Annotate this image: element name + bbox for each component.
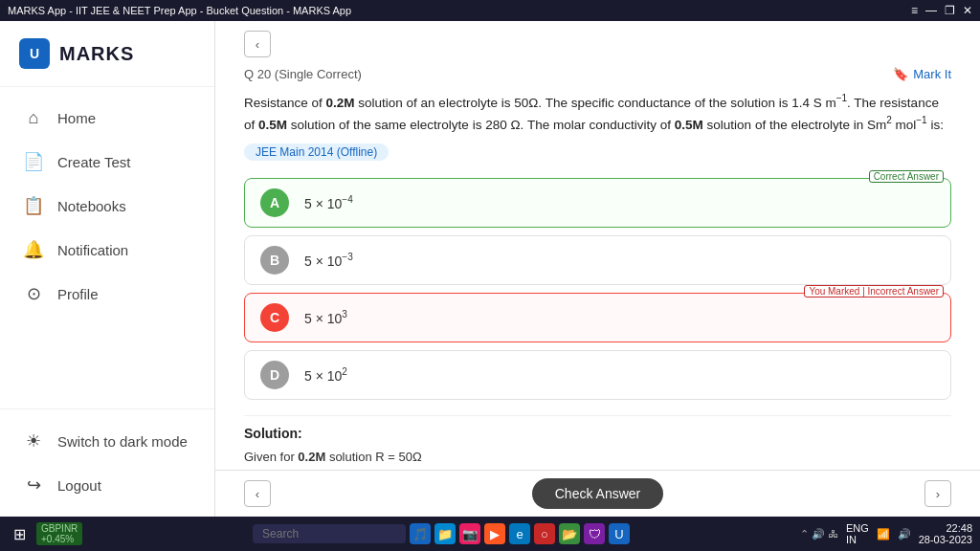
bottom-next-arrow[interactable]: › [924,480,951,507]
minimize-icon[interactable]: — [925,4,937,17]
option-a[interactable]: A 5 × 10−4 [244,178,951,228]
taskbar-left: ⊞ GBPINR +0.45% [8,522,82,545]
incorrect-answer-label: You Marked | Incorrect Answer [804,285,944,298]
app-icon-1[interactable]: 🎵 [410,523,431,544]
app-icon-8[interactable]: 🛡 [584,523,605,544]
lang-indicator: ENGIN [846,522,869,545]
app-icon-2[interactable]: 📁 [434,523,456,544]
system-tray-icons: ⌃ 🔊 🖧 [800,528,838,540]
option-c-text: 5 × 103 [304,309,347,326]
title-bar-controls[interactable]: ≡ — ❐ ✕ [911,4,972,17]
sidebar-item-dark-mode[interactable]: ☀ Switch to dark mode [0,419,214,463]
logo-text: MARKS [59,43,134,65]
dark-mode-icon: ☀ [23,430,44,452]
taskbar-time: 22:48 [919,522,972,534]
solution-title: Solution: [244,426,951,441]
options-list: Correct Answer A 5 × 10−4 B 5 × 10−3 You… [244,178,951,400]
content-bottombar: ‹ Check Answer › [215,470,980,517]
stock-change: +0.45% [41,534,74,544]
sidebar-item-logout[interactable]: ↪ Logout [0,463,214,507]
taskbar: ⊞ GBPINR +0.45% 🎵 📁 📷 ▶ e ○ 📂 🛡 U ⌃ 🔊 🖧 … [0,517,980,551]
option-b-container: B 5 × 10−3 [244,235,951,285]
close-icon[interactable]: ✕ [963,4,972,17]
option-a-circle: A [260,188,289,217]
windows-icon[interactable]: ⊞ [8,522,31,545]
nav-items: ⌂ Home 📄 Create Test 📋 Notebooks 🔔 Notif… [0,87,214,408]
home-icon: ⌂ [23,108,44,128]
taskbar-right: ⌃ 🔊 🖧 ENGIN 📶 🔊 22:48 28-03-2023 [800,522,972,545]
sidebar-label-notification: Notification [57,242,128,258]
option-a-text: 5 × 10−4 [304,194,353,211]
option-a-container: Correct Answer A 5 × 10−4 [244,178,951,228]
content-topbar: ‹ [215,21,980,57]
question-type: (Single Correct) [275,67,362,81]
sidebar-label-logout: Logout [57,477,101,494]
title-bar: MARKS App - IIT JEE & NEET Prep App - Bu… [0,0,980,21]
sidebar-label-dark-mode: Switch to dark mode [57,433,188,450]
sidebar-label-home: Home [57,110,96,126]
volume-icon: 🔊 [898,528,911,540]
content-inner: Q 20 (Single Correct) 🔖 Mark It Resistan… [215,57,980,470]
sidebar-label-profile: Profile [57,286,99,302]
option-b-circle: B [260,246,289,275]
question-text: Resistance of 0.2M solution of an electr… [244,91,951,135]
question-header: Q 20 (Single Correct) 🔖 Mark It [244,67,951,81]
maximize-icon[interactable]: ❐ [945,4,955,17]
solution-line1: Given for 0.2M solution R = 50Ω [244,447,951,468]
app-icon-5[interactable]: e [509,523,530,544]
bookmark-icon: 🔖 [893,67,908,81]
content-area: ‹ Q 20 (Single Correct) 🔖 Mark It Resist… [215,21,980,517]
app-body: U MARKS ⌂ Home 📄 Create Test 📋 Notebooks… [0,21,980,517]
correct-answer-label: Correct Answer [869,170,944,183]
option-d[interactable]: D 5 × 102 [244,350,951,400]
app-icon-3[interactable]: 📷 [459,523,480,544]
option-c-container: You Marked | Incorrect Answer C 5 × 103 [244,293,951,342]
sidebar-label-create-test: Create Test [57,154,130,170]
taskbar-date: 28-03-2023 [919,534,972,545]
sidebar-item-notebooks[interactable]: 📋 Notebooks [0,184,214,228]
option-b[interactable]: B 5 × 10−3 [244,235,951,285]
solution-section: Solution: Given for 0.2M solution R = 50… [244,415,951,470]
app-icon-9[interactable]: U [609,523,630,544]
question-number: Q 20 [244,67,271,81]
check-answer-button[interactable]: Check Answer [532,478,663,509]
option-c-circle: C [260,303,289,332]
prev-arrow[interactable]: ‹ [244,31,271,57]
taskbar-app-icons: 🎵 📁 📷 ▶ e ○ 📂 🛡 U [410,523,630,544]
question-tag: JEE Main 2014 (Offline) [244,143,389,161]
sidebar-logo: U MARKS [0,21,214,87]
option-d-circle: D [260,361,289,389]
menu-icon[interactable]: ≡ [911,4,918,17]
option-d-container: D 5 × 102 [244,350,951,400]
sidebar-bottom: ☀ Switch to dark mode ↪ Logout [0,408,214,517]
logout-icon: ↪ [23,474,44,496]
sidebar: U MARKS ⌂ Home 📄 Create Test 📋 Notebooks… [0,21,215,517]
option-c[interactable]: C 5 × 103 [244,293,951,342]
taskbar-search[interactable] [253,524,406,543]
logo-icon: U [19,38,50,69]
option-b-text: 5 × 10−3 [304,252,353,269]
taskbar-center: 🎵 📁 📷 ▶ e ○ 📂 🛡 U [253,523,630,544]
option-d-text: 5 × 102 [304,366,347,384]
mark-it-button[interactable]: 🔖 Mark It [893,67,951,81]
app-icon-7[interactable]: 📂 [559,523,580,544]
wifi-icon: 📶 [877,528,890,540]
sidebar-item-profile[interactable]: ⊙ Profile [0,272,214,316]
bottom-prev-arrow[interactable]: ‹ [244,480,271,507]
stock-symbol: GBPINR [41,523,78,534]
sidebar-item-home[interactable]: ⌂ Home [0,97,214,140]
create-test-icon: 📄 [23,151,44,172]
app-icon-4[interactable]: ▶ [484,523,505,544]
time-block: 22:48 28-03-2023 [919,522,972,545]
notebooks-icon: 📋 [23,195,44,216]
mark-it-label: Mark It [913,67,951,81]
sidebar-item-notification[interactable]: 🔔 Notification [0,228,214,272]
title-bar-text: MARKS App - IIT JEE & NEET Prep App - Bu… [8,5,351,16]
stock-badge: GBPINR +0.45% [36,522,82,545]
question-label: Q 20 (Single Correct) [244,67,362,81]
sidebar-item-create-test[interactable]: 📄 Create Test [0,140,214,184]
sidebar-label-notebooks: Notebooks [57,198,126,214]
notification-icon: 🔔 [23,239,44,260]
profile-icon: ⊙ [23,283,44,304]
app-icon-6[interactable]: ○ [534,523,555,544]
